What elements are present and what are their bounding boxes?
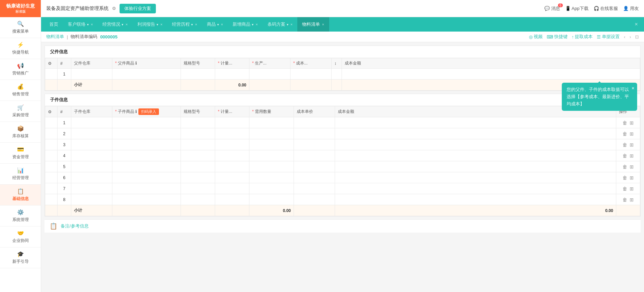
copy-icon[interactable]: ⊞	[630, 131, 634, 137]
child-row-qty[interactable]	[249, 117, 294, 128]
child-row-unit[interactable]	[215, 194, 249, 205]
delete-icon[interactable]: 🗑	[622, 186, 627, 191]
child-row-unit-price[interactable]	[294, 117, 335, 128]
child-row-warehouse[interactable]	[71, 117, 112, 128]
child-row-goods[interactable]	[112, 150, 181, 161]
child-row-qty[interactable]	[249, 161, 294, 172]
sidebar-item-finance[interactable]: 💳资金管理	[0, 143, 41, 164]
message-button[interactable]: 💬 6 消息	[544, 5, 560, 12]
copy-icon[interactable]: ⊞	[630, 164, 634, 170]
nav-tab-new_goods[interactable]: 新增商品▾×	[228, 17, 262, 32]
parent-row-spec[interactable]	[181, 69, 215, 80]
nav-tab-close-barcode[interactable]: ×	[290, 22, 293, 26]
child-col-settings[interactable]: ⚙	[45, 106, 58, 117]
sidebar-item-guide[interactable]: 🎓新手引导	[0, 247, 41, 268]
copy-icon[interactable]: ⊞	[630, 175, 634, 180]
breadcrumb-item-1[interactable]: 物料清单	[46, 34, 64, 40]
parent-row-warehouse[interactable]	[71, 69, 112, 80]
sidebar-item-enterprise[interactable]: 🤝企业协同	[0, 226, 41, 247]
sidebar-item-inventory[interactable]: 📦库存核算	[0, 122, 41, 143]
child-row-unit[interactable]	[215, 117, 249, 128]
child-row-unit-price[interactable]	[294, 161, 335, 172]
copy-icon[interactable]: ⊞	[630, 120, 634, 126]
delete-icon[interactable]: 🗑	[622, 142, 627, 148]
delete-icon[interactable]: 🗑	[622, 153, 627, 159]
child-row-goods[interactable]	[112, 128, 181, 139]
nav-tab-bom[interactable]: 物料清单×	[297, 17, 329, 32]
expand-button[interactable]: ⊡	[635, 34, 639, 39]
user-menu[interactable]: 👤 用友	[623, 5, 639, 12]
child-row-spec[interactable]	[181, 128, 215, 139]
child-row-unit-price[interactable]	[294, 194, 335, 205]
sidebar-item-marketing[interactable]: 📢营销推广	[0, 59, 41, 80]
nav-tab-close-customer[interactable]: ×	[91, 22, 93, 26]
child-row-goods[interactable]	[112, 161, 181, 172]
child-row-unit[interactable]	[215, 172, 249, 183]
nav-tab-close-goods[interactable]: ×	[221, 22, 223, 26]
child-row-unit-price[interactable]	[294, 139, 335, 150]
copy-icon[interactable]: ⊞	[630, 153, 634, 159]
nav-tab-operations[interactable]: 经营情况▾×	[98, 17, 132, 32]
trial-button[interactable]: 体验行业方案	[120, 4, 156, 13]
child-row-qty[interactable]	[249, 172, 294, 183]
parent-row-goods[interactable]	[112, 69, 181, 80]
child-row-unit[interactable]	[215, 183, 249, 194]
parent-col-settings[interactable]: ⚙	[45, 58, 58, 69]
extract-cost-button[interactable]: ↑ 提取成本	[572, 34, 593, 40]
child-row-qty[interactable]	[249, 194, 294, 205]
nav-left-button[interactable]: ‹	[624, 34, 625, 39]
sidebar-item-purchase[interactable]: 🛒采购管理	[0, 101, 41, 122]
sidebar-item-search[interactable]: 🔍搜索菜单	[0, 17, 41, 38]
child-row-unit[interactable]	[215, 161, 249, 172]
nav-tab-history[interactable]: 经营历程▾×	[167, 17, 202, 32]
child-row-spec[interactable]	[181, 139, 215, 150]
child-row-qty[interactable]	[249, 139, 294, 150]
settings-icon[interactable]: ⚙	[112, 6, 116, 11]
delete-icon[interactable]: 🗑	[622, 175, 627, 180]
delete-icon[interactable]: 🗑	[622, 131, 627, 137]
child-row-spec[interactable]	[181, 172, 215, 183]
child-row-warehouse[interactable]	[71, 128, 112, 139]
delete-icon[interactable]: 🗑	[622, 197, 627, 202]
child-row-unit-price[interactable]	[294, 183, 335, 194]
child-row-unit-price[interactable]	[294, 128, 335, 139]
nav-tab-profit[interactable]: 利润报告▾×	[133, 17, 167, 32]
view-button[interactable]: ◎ 视频	[529, 34, 543, 40]
nav-close-all-button[interactable]: ×	[632, 21, 641, 27]
nav-tab-home[interactable]: 首页	[45, 17, 63, 32]
child-row-spec[interactable]	[181, 183, 215, 194]
tooltip-close-button[interactable]: ×	[632, 84, 634, 92]
child-row-unit-price[interactable]	[294, 150, 335, 161]
child-row-goods[interactable]	[112, 183, 181, 194]
child-row-warehouse[interactable]	[71, 150, 112, 161]
child-row-warehouse[interactable]	[71, 161, 112, 172]
child-row-unit-price[interactable]	[294, 172, 335, 183]
child-row-warehouse[interactable]	[71, 139, 112, 150]
nav-tab-goods[interactable]: 商品▾×	[202, 17, 228, 32]
doc-settings-button[interactable]: ☰ 单据设置	[597, 34, 620, 40]
online-service-button[interactable]: 🎧 在线客服	[594, 5, 618, 12]
sidebar-item-operations[interactable]: 📊经营管理	[0, 164, 41, 185]
child-row-warehouse[interactable]	[71, 183, 112, 194]
shortcut-button[interactable]: ⌨ 快捷键	[547, 34, 568, 40]
child-row-unit[interactable]	[215, 150, 249, 161]
copy-icon[interactable]: ⊞	[630, 197, 634, 202]
parent-row-produce[interactable]	[249, 69, 290, 80]
nav-tab-close-operations[interactable]: ×	[125, 22, 127, 26]
app-download-button[interactable]: 📱 App下载	[565, 5, 589, 12]
copy-icon[interactable]: ⊞	[630, 186, 634, 191]
child-row-qty[interactable]	[249, 150, 294, 161]
child-row-spec[interactable]	[181, 194, 215, 205]
parent-row-cost[interactable]	[290, 69, 332, 80]
sidebar-item-sales[interactable]: 💰销售管理	[0, 80, 41, 101]
delete-icon[interactable]: 🗑	[622, 164, 627, 170]
nav-tab-close-profit[interactable]: ×	[160, 22, 162, 26]
nav-tab-close-bom[interactable]: ×	[322, 22, 324, 26]
delete-icon[interactable]: 🗑	[622, 120, 627, 126]
scan-input-button[interactable]: 扫码录入	[138, 108, 159, 115]
copy-icon[interactable]: ⊞	[630, 142, 634, 148]
child-row-warehouse[interactable]	[71, 194, 112, 205]
child-row-unit[interactable]	[215, 128, 249, 139]
child-row-spec[interactable]	[181, 150, 215, 161]
nav-tab-close-new_goods[interactable]: ×	[256, 22, 258, 26]
